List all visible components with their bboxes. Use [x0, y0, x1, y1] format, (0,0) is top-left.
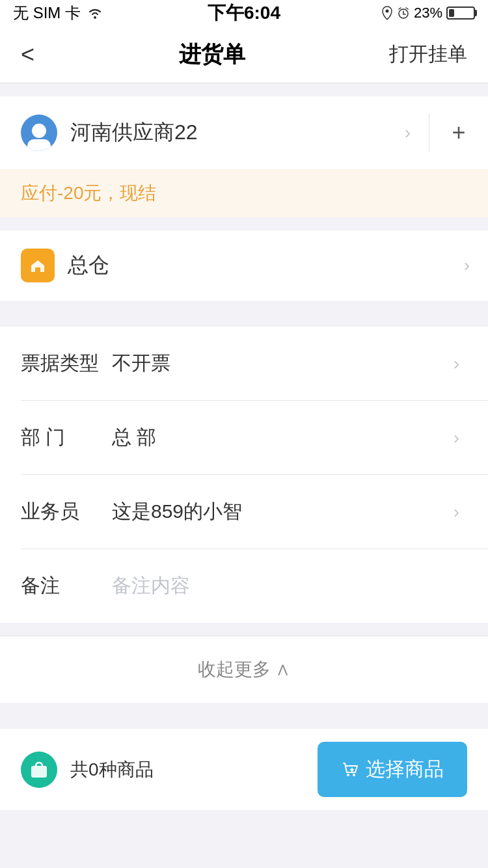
supplier-chevron-icon: ›: [405, 122, 411, 143]
add-supplier-button[interactable]: +: [429, 119, 488, 146]
salesperson-value: 这是859的小智: [99, 498, 454, 525]
avatar-head: [32, 124, 46, 138]
wifi-icon: [86, 7, 104, 20]
warehouse-row[interactable]: 总仓 ›: [0, 230, 488, 301]
status-bar: 无 SIM 卡 下午6:04 23%: [0, 0, 488, 26]
cart-icon: [341, 761, 359, 779]
department-row[interactable]: 部 门 总 部 ›: [0, 401, 488, 474]
invoice-type-value: 不开票: [99, 350, 454, 377]
status-time: 下午6:04: [208, 1, 280, 25]
department-value: 总 部: [99, 424, 454, 451]
svg-point-5: [347, 774, 349, 776]
remark-row[interactable]: 备注 备注内容: [0, 549, 488, 623]
status-left: 无 SIM 卡: [13, 3, 104, 23]
avatar-person: [21, 115, 57, 151]
section-gap-4: [0, 703, 488, 716]
status-right: 23%: [381, 5, 475, 21]
nav-bar: < 进货单 打开挂单: [0, 26, 488, 83]
invoice-type-label: 票据类型: [21, 350, 99, 377]
form-section: 票据类型 不开票 › 部 门 总 部 › 业务员 这是859的小智 › 备注 备…: [0, 327, 488, 623]
section-gap-1: [0, 83, 488, 96]
remark-placeholder: 备注内容: [99, 573, 467, 599]
svg-point-6: [353, 774, 355, 776]
select-product-button[interactable]: 选择商品: [318, 742, 467, 797]
invoice-type-row[interactable]: 票据类型 不开票 ›: [0, 327, 488, 400]
notice-bar: 应付-20元，现结: [0, 169, 488, 217]
collapse-label[interactable]: 收起更多 ∧: [198, 657, 291, 682]
department-label: 部 门: [21, 424, 99, 451]
department-chevron-icon: ›: [454, 427, 459, 448]
rest-area: [0, 810, 488, 868]
avatar-body: [27, 139, 51, 151]
battery-icon: [446, 7, 475, 20]
back-button[interactable]: <: [21, 41, 34, 68]
supplier-row[interactable]: 河南供应商22 ›: [0, 96, 429, 169]
svg-point-1: [385, 10, 388, 13]
page-title: 进货单: [179, 40, 245, 70]
supplier-avatar: [21, 115, 57, 151]
warehouse-chevron-icon: ›: [464, 255, 470, 276]
remark-label: 备注: [21, 573, 99, 599]
svg-point-0: [94, 16, 96, 19]
salesperson-row[interactable]: 业务员 这是859的小智 ›: [0, 475, 488, 549]
product-count: 共0种商品: [70, 757, 318, 782]
open-pending-button[interactable]: 打开挂单: [389, 41, 467, 68]
bottom-bar: 共0种商品 选择商品: [0, 729, 488, 810]
svg-rect-4: [31, 766, 47, 778]
notice-text: 应付-20元，现结: [21, 183, 156, 203]
battery-percent: 23%: [414, 5, 442, 21]
warehouse-name: 总仓: [68, 251, 464, 280]
svg-rect-3: [35, 267, 40, 272]
section-gap-2: [0, 217, 488, 230]
alarm-icon: [397, 6, 410, 20]
section-gap-3: [0, 301, 488, 314]
supplier-section: 河南供应商22 › +: [0, 96, 488, 169]
collapse-row[interactable]: 收起更多 ∧: [0, 636, 488, 703]
location-icon: [381, 6, 393, 20]
salesperson-label: 业务员: [21, 498, 99, 525]
supplier-name: 河南供应商22: [70, 118, 405, 147]
warehouse-icon: [21, 249, 55, 282]
select-product-label: 选择商品: [366, 756, 444, 783]
salesperson-chevron-icon: ›: [454, 502, 459, 522]
carrier-label: 无 SIM 卡: [13, 3, 81, 23]
invoice-type-chevron-icon: ›: [454, 353, 459, 374]
product-icon: [21, 752, 57, 788]
